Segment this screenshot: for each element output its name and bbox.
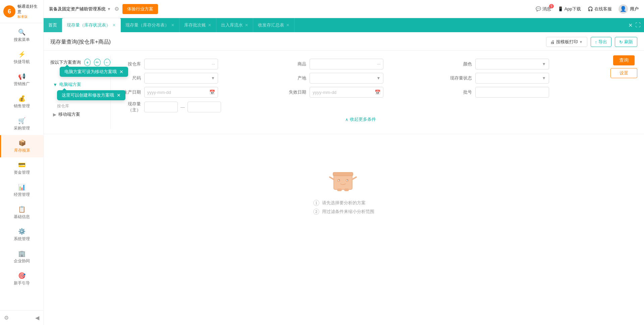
sidebar-item-enterprise[interactable]: 🏢 企业协同 bbox=[0, 246, 43, 268]
origin-label: 产地 bbox=[283, 75, 310, 81]
sidebar-item-purchase[interactable]: 🛒 采购管理 bbox=[0, 113, 43, 135]
goods-select[interactable]: ··· bbox=[310, 59, 383, 69]
content-area: 现存量查询(按仓库+商品) 🖨 按模板打印 ▼ ↑ 导出 ↻ 刷新 bbox=[44, 32, 644, 325]
system-dropdown[interactable]: 装备及固定资产辅助管理系统 ▼ bbox=[49, 6, 111, 12]
logo-text: 畅通道好生意 标准版 bbox=[17, 4, 40, 19]
main-content: 现存量查询(按仓库+商品) 🖨 按模板打印 ▼ ↑ 导出 ↻ 刷新 bbox=[44, 32, 644, 325]
filter-add-button[interactable]: + bbox=[84, 59, 91, 66]
app-download-button[interactable]: 📱 App下载 bbox=[558, 6, 581, 12]
prod-date-picker[interactable]: yyyy-mm-dd 📅 bbox=[144, 87, 218, 98]
create-tooltip-close[interactable]: ✕ bbox=[117, 93, 121, 98]
inv-status-label: 现存量状态 bbox=[448, 75, 475, 81]
goods-cell: 商品 ··· bbox=[283, 59, 438, 69]
tab-close-distribution[interactable]: ✕ bbox=[171, 23, 174, 28]
inv-main-from-input[interactable] bbox=[144, 102, 178, 112]
tab-in-out-flow[interactable]: 出入库流水 ✕ bbox=[216, 18, 253, 32]
scheme-subitem-warehouse: 按仓库 bbox=[50, 102, 110, 110]
inv-main-to-input[interactable] bbox=[187, 102, 221, 112]
set-button[interactable]: 设置 bbox=[610, 68, 637, 78]
print-button[interactable]: 🖨 按模板打印 ▼ bbox=[546, 37, 587, 47]
tab-close-inventory-status[interactable]: ✕ bbox=[112, 23, 116, 28]
color-select[interactable]: ▼ bbox=[475, 59, 549, 69]
refresh-button[interactable]: ↻ 刷新 bbox=[615, 37, 637, 47]
sidebar-nav: 🔍 搜索菜单 ⚡ 快捷导航 📢 营销推广 💰 销售管理 🛒 采购管理 📦 库存核… bbox=[0, 23, 43, 310]
svg-rect-0 bbox=[334, 174, 352, 189]
origin-cell: 产地 ▼ bbox=[283, 73, 438, 84]
tab-receive-summary[interactable]: 收发存汇总表 ✕ bbox=[253, 18, 294, 32]
sidebar-item-marketing[interactable]: 📢 营销推广 bbox=[0, 69, 43, 91]
sidebar-item-sales[interactable]: 💰 销售管理 bbox=[0, 91, 43, 113]
filter-row-4: 现存量（主） — bbox=[117, 101, 604, 113]
chevron-down-icon: ▼ bbox=[53, 82, 57, 87]
size-cell: 尺码 ▼ bbox=[117, 73, 273, 84]
filter-main-panel: 按仓库 ··· 商品 ··· bbox=[111, 55, 610, 129]
inv-status-dropdown-icon: ▼ bbox=[542, 76, 546, 80]
message-button[interactable]: 💬 消息 9 bbox=[536, 6, 551, 12]
inv-status-select[interactable]: ▼ bbox=[475, 73, 549, 84]
scheme-item-mobile[interactable]: ▶ 移动端方案 bbox=[50, 110, 110, 119]
page-header: 现存量查询(按仓库+商品) 🖨 按模板打印 ▼ ↑ 导出 ↻ 刷新 bbox=[44, 32, 644, 51]
sidebar-item-inventory[interactable]: 📦 库存核算 bbox=[0, 135, 43, 157]
sidebar-item-operations[interactable]: 📊 经营管理 bbox=[0, 179, 43, 202]
expiry-date-picker[interactable]: yyyy-mm-dd 📅 bbox=[310, 87, 383, 98]
tab-home[interactable]: 首页 bbox=[44, 18, 62, 32]
svg-line-9 bbox=[352, 177, 356, 179]
tab-inventory-distribution[interactable]: 现存量（库存分布表） ✕ bbox=[121, 18, 179, 32]
svg-point-7 bbox=[347, 180, 348, 180]
chart-icon: 📊 bbox=[18, 183, 25, 191]
svg-point-6 bbox=[339, 180, 339, 180]
warehouse-select[interactable]: ··· bbox=[144, 59, 218, 69]
expiry-date-placeholder: yyyy-mm-dd bbox=[313, 90, 336, 95]
origin-dropdown-icon: ▼ bbox=[376, 76, 380, 80]
avatar: 👤 bbox=[619, 4, 628, 14]
tab-fullscreen-icon[interactable]: ⛶ bbox=[635, 22, 641, 28]
sidebar-item-search[interactable]: 🔍 搜索菜单 bbox=[0, 24, 43, 47]
scheme-tree: ▼ 电脑端方案 这里可以创建和修改方案哦 ✕ bbox=[50, 80, 110, 119]
inv-main-separator: — bbox=[180, 105, 185, 110]
sidebar-item-system[interactable]: ⚙️ 系统管理 bbox=[0, 224, 43, 246]
filter-left-panel: 按以下方案查询 + ✏ ← 电脑方案可设为移动方案哦 ✕ bbox=[50, 55, 111, 129]
create-tooltip: 这里可以创建和修改方案哦 ✕ bbox=[57, 90, 125, 100]
filter-area: 按以下方案查询 + ✏ ← 电脑方案可设为移动方案哦 ✕ bbox=[44, 51, 644, 134]
filter-edit-button[interactable]: ✏ bbox=[94, 59, 100, 66]
user-menu[interactable]: 👤 用户 bbox=[619, 4, 639, 14]
tab-inventory-status[interactable]: 现存量（库存状况表） ✕ bbox=[62, 18, 121, 32]
sidebar-item-guide[interactable]: 🎯 新手引导 bbox=[0, 268, 43, 290]
collapse-sidebar-icon[interactable]: ◀ bbox=[35, 315, 39, 321]
origin-select[interactable]: ▼ bbox=[310, 73, 383, 84]
settings-bottom-icon[interactable]: ⚙ bbox=[4, 315, 9, 321]
inv-main-label: 现存量（主） bbox=[117, 101, 144, 113]
batch-cell: 批号 bbox=[448, 87, 604, 98]
sidebar-item-finance[interactable]: 💳 资金管理 bbox=[0, 157, 43, 179]
filter-arrow-button[interactable]: ← bbox=[104, 59, 110, 66]
inv-status-cell: 现存量状态 ▼ bbox=[448, 73, 604, 84]
sidebar-item-basic[interactable]: 📋 基础信息 bbox=[0, 202, 43, 224]
search-icon: 🔍 bbox=[18, 29, 25, 36]
tab-close-batch[interactable]: ✕ bbox=[208, 23, 211, 28]
tab-close-summary[interactable]: ✕ bbox=[286, 23, 289, 28]
sidebar-item-quick-nav[interactable]: ⚡ 快捷导航 bbox=[0, 47, 43, 69]
collapse-button[interactable]: ∧ 收起更多条件 bbox=[117, 113, 604, 126]
query-button[interactable]: 查询 bbox=[613, 55, 635, 65]
warehouse-dropdown-icon: ··· bbox=[212, 62, 215, 66]
tab-close-all-icon[interactable]: ✕ bbox=[628, 22, 633, 29]
card-icon: 💳 bbox=[18, 161, 25, 169]
settings-header-icon[interactable]: ⚙ bbox=[114, 6, 119, 12]
tab-close-flow[interactable]: ✕ bbox=[245, 23, 248, 28]
sidebar-bottom: ⚙ ◀ bbox=[0, 310, 43, 325]
prod-date-cell: 生产日期 yyyy-mm-dd 📅 bbox=[117, 87, 273, 98]
batch-input[interactable] bbox=[475, 87, 549, 98]
tab-batch-account[interactable]: 库存批次账 ✕ bbox=[179, 18, 216, 32]
export-button[interactable]: ↑ 导出 bbox=[591, 37, 612, 47]
message-icon: 💬 bbox=[536, 6, 541, 11]
building-icon: 🏢 bbox=[18, 250, 25, 257]
color-label: 颜色 bbox=[448, 61, 475, 67]
empty-illustration bbox=[327, 161, 361, 195]
scheme-tooltip-close[interactable]: ✕ bbox=[119, 69, 123, 74]
expiry-date-calendar-icon: 📅 bbox=[375, 90, 380, 95]
scheme-item-desktop[interactable]: ▼ 电脑端方案 bbox=[50, 80, 110, 89]
online-service-button[interactable]: 🎧 在线客服 bbox=[588, 6, 612, 12]
size-select[interactable]: ▼ bbox=[144, 73, 218, 84]
target-icon: 🎯 bbox=[18, 272, 25, 279]
industry-button[interactable]: 体验行业方案 bbox=[122, 4, 158, 14]
